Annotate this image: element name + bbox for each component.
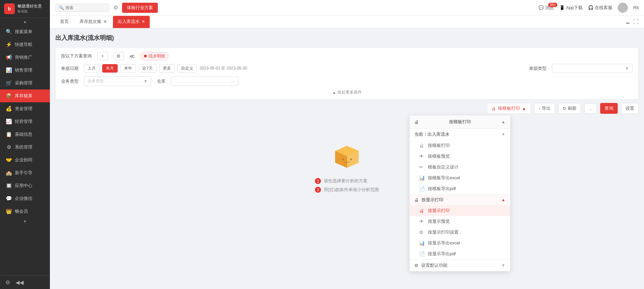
template-print-item[interactable]: 🖨 按模板打印 <box>410 140 510 151</box>
filter-tag-flow[interactable]: 流水明细 <box>140 52 169 60</box>
chart-icon: 📊 <box>5 67 12 73</box>
current-template-selector[interactable]: 当前：出入库流水 ▼ <box>410 129 510 140</box>
dropdown-header: 🖨 按模板打印 ▲ <box>410 115 510 129</box>
template-print-arrow-icon: ▲ <box>522 106 526 111</box>
sidebar-item-apps[interactable]: 🔲 应用中心 <box>0 179 50 192</box>
date-btn-custom[interactable]: 自定义 <box>177 64 197 73</box>
filter-area: 按以下方案查询 ＋ ⚙ ≪ 流水明细 单据日期 上月 本月 本年 近7天 更多 <box>55 47 639 100</box>
sidebar-item-label: 营销推广 <box>15 54 32 60</box>
filter-add-button[interactable]: ＋ <box>97 52 108 60</box>
refresh-icon: ↻ <box>563 106 566 111</box>
dropdown-header-icon: 🖨 <box>414 120 419 125</box>
date-btn-7days[interactable]: 近7天 <box>139 64 156 73</box>
topbar-settings-icon[interactable]: ⚙ <box>113 4 118 11</box>
tab-bar: 首页 库存批次账 ✕ 出入库流水 ✕ 🗕 ⛶ <box>50 16 644 28</box>
sidebar-item-inventory[interactable]: 📦 库存核算 <box>0 89 50 102</box>
megaphone-icon: 📢 <box>5 54 12 60</box>
sidebar-item-marketing[interactable]: 📢 营销推广 <box>0 51 50 64</box>
app-download-button[interactable]: 📱 App下载 <box>559 5 583 11</box>
search-input[interactable] <box>65 5 99 10</box>
sidebar-scroll-down[interactable]: ▼ <box>0 218 50 225</box>
warehouse-select[interactable]: ··· <box>171 77 238 86</box>
tab-home[interactable]: 首页 <box>55 16 74 28</box>
display-preview-item[interactable]: 👁 按显示预览 <box>410 216 510 227</box>
voucher-type-select[interactable]: ▼ <box>552 64 633 73</box>
sidebar-item-member[interactable]: 👑 畅会员 <box>0 205 50 218</box>
sidebar-item-purchase[interactable]: 🛒 采购管理 <box>0 77 50 89</box>
tab-flow-label: 出入库流水 <box>118 19 140 25</box>
display-export-excel-item[interactable]: 📊 按显示导出excel <box>410 238 510 248</box>
design-icon: ✏ <box>419 164 425 170</box>
step-1-num: 1 <box>315 178 321 184</box>
sidebar-item-wechat[interactable]: 💬 企业微信 <box>0 192 50 205</box>
template-preview-label: 按模板预览 <box>428 153 450 159</box>
sidebar-item-operation[interactable]: 📈 经营管理 <box>0 115 50 128</box>
date-btn-this-year[interactable]: 本年 <box>120 64 136 73</box>
business-type-select[interactable]: 业务类型 ▼ <box>84 76 151 86</box>
sidebar-item-label: 企业协同 <box>15 157 32 163</box>
message-button[interactable]: 💬 消息 99+ <box>538 5 554 11</box>
display-export-pdf-item[interactable]: 📄 按显示导出pdf <box>410 248 510 259</box>
tab-batch-label: 库存批次账 <box>80 19 101 25</box>
print-dropdown-panel: 🖨 按模板打印 ▲ 当前：出入库流水 ▼ 🖨 按模板打印 <box>409 115 510 271</box>
dropdown-header-arrow-icon[interactable]: ▲ <box>501 120 505 124</box>
export-button[interactable]: ↑ 导出 <box>534 103 555 114</box>
warehouse-label: 仓库 <box>157 78 166 84</box>
main-container: 🔍 ⚙ 体验行业方案 💬 消息 99+ 📱 App下载 🎧 在线客服 Rit <box>50 0 644 289</box>
sidebar-item-sales[interactable]: 📊 销售管理 <box>0 64 50 77</box>
sidebar-item-quick[interactable]: ⚡ 快捷导航 <box>0 38 50 51</box>
date-btn-more[interactable]: 更多 <box>159 64 175 73</box>
template-preview-item[interactable]: 👁 按模板预览 <box>410 151 510 162</box>
mobile-icon: 📱 <box>559 5 565 10</box>
online-service-button[interactable]: 🎧 在线客服 <box>588 5 612 11</box>
warehouse-more-icon[interactable]: ··· <box>231 79 235 84</box>
app-version: 标准版 <box>18 9 42 14</box>
tab-batch-close[interactable]: ✕ <box>104 19 107 24</box>
display-print-group-header[interactable]: 🖨 按显示打印 ▲ <box>410 194 510 205</box>
tab-minimize-icon[interactable]: 🗕 <box>625 19 631 25</box>
tab-flow-close[interactable]: ✕ <box>142 19 145 24</box>
display-print-item[interactable]: 🖨 按显示打印 <box>410 205 510 216</box>
sidebar-item-system[interactable]: ⚙ 系统管理 <box>0 141 50 154</box>
template-print-button[interactable]: 🖨 按模板打印 ▲ <box>487 103 531 114</box>
step-2-num: 2 <box>315 187 321 193</box>
tab-maximize-icon[interactable]: ⛶ <box>633 19 639 25</box>
search-box[interactable]: 🔍 <box>55 4 109 12</box>
display-print-settings-label: 按显示打印设置 <box>428 229 459 235</box>
refresh-button[interactable]: ↻ 刷新 <box>558 103 581 114</box>
collapse-sidebar-icon[interactable]: ◀◀ <box>16 279 24 286</box>
dropdown-footer[interactable]: ⚙ 设置默认功能 ▼ <box>410 260 510 271</box>
display-preview-icon: 👁 <box>419 219 425 224</box>
tab-flow[interactable]: 出入库流水 ✕ <box>113 16 150 28</box>
sidebar-item-guide[interactable]: 🏫 新手引导 <box>0 166 50 179</box>
business-type-placeholder: 业务类型 <box>88 78 104 84</box>
date-btn-prev-month[interactable]: 上月 <box>84 64 99 73</box>
sidebar-item-collab[interactable]: 🤝 企业协同 <box>0 154 50 166</box>
template-custom-item[interactable]: ✏ 模板自定义设计 <box>410 162 510 173</box>
sidebar-scroll-up[interactable]: ▲ <box>0 18 50 25</box>
template-print-label: 按模板打印 <box>498 105 520 111</box>
filter-collapse-button[interactable]: ≪ <box>129 53 135 59</box>
sidebar-item-label: 企业微信 <box>15 195 32 202</box>
crown-icon: 👑 <box>5 208 12 214</box>
template-section: 当前：出入库流水 ▼ 🖨 按模板打印 👁 按模板预览 ✏ <box>410 129 510 194</box>
date-btn-this-month[interactable]: 本月 <box>102 64 118 73</box>
date-filter-options: 上月 本月 本年 近7天 更多 自定义 2023-06-01 至 2023-06… <box>84 64 247 73</box>
query-button[interactable]: 查询 <box>600 103 618 114</box>
template-export-pdf-item[interactable]: 📄 按模板导出pdf <box>410 183 510 194</box>
user-avatar[interactable] <box>618 3 628 13</box>
sidebar-item-search[interactable]: 🔍 搜索菜单 <box>0 25 50 38</box>
display-print-settings-item[interactable]: ⚙ 按显示打印设置 <box>410 227 510 238</box>
template-export-excel-item[interactable]: 📊 按模板导出excel <box>410 173 510 183</box>
settings-icon[interactable]: ⚙ <box>5 279 10 286</box>
more-button[interactable]: ... <box>584 104 597 113</box>
message-icon: 💬 <box>538 5 544 10</box>
sidebar-item-finance[interactable]: 💰 资金管理 <box>0 102 50 115</box>
settings-button[interactable]: 设置 <box>621 103 639 114</box>
filter-setting-button[interactable]: ⚙ <box>113 52 124 60</box>
industry-solution-button[interactable]: 体验行业方案 <box>122 3 158 13</box>
collapse-more-button[interactable]: ▲ 收起更多条件 <box>332 89 362 95</box>
tab-batch[interactable]: 库存批次账 ✕ <box>75 16 112 28</box>
sidebar-item-basic[interactable]: 📋 基础信息 <box>0 128 50 141</box>
sidebar-item-label: 库存核算 <box>15 93 32 99</box>
